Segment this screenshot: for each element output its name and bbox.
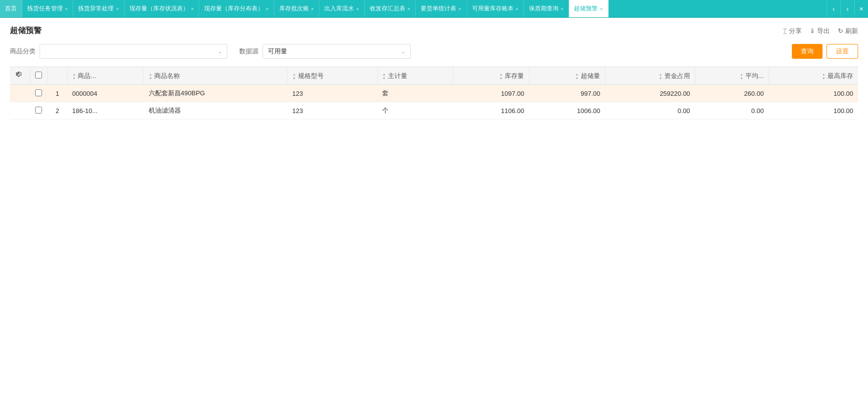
settings-button[interactable]: 设置 [826,44,858,59]
share-action[interactable]: ⌶ 分享 [783,27,802,36]
tab-close-icon[interactable]: × [311,6,314,12]
overstock-qty-header[interactable]: ▲▼超储量 [529,67,606,85]
nav-arrow-left[interactable]: ‹ [826,0,840,17]
export-icon: ⇓ [810,27,815,35]
gear-icon[interactable] [15,71,23,79]
page-header: 超储预警 ⌶ 分享 ⇓ 导出 ↻ 刷新 [10,26,858,36]
sort-icon: ▲▼ [149,73,152,80]
sort-icon: ▲▼ [822,73,825,80]
nav-tab-exception[interactable]: 拣货异常处理 × [73,0,124,17]
tab-label: 首页 [5,4,17,13]
export-label: 导出 [817,27,830,36]
nav-tab-inout-flow[interactable]: 出入库流水 × [319,0,364,17]
category-label: 商品分类 [10,47,36,56]
nav-tab-available-ledger[interactable]: 可用量库存账本 × [467,0,524,17]
nav-arrow-close[interactable]: × [854,0,868,17]
tab-label: 超储预警 [574,4,598,13]
tab-close-icon[interactable]: × [561,6,564,12]
tab-close-icon[interactable]: × [191,6,194,12]
datasource-select[interactable]: 可用量 ⌄ [262,44,411,59]
table-header-row: ▲▼商品... ▲▼商品名称 ▲▼规格型号 ▲▼主计量 ▲▼库存量 ▲▼超储量 [10,67,858,85]
row-avg: 0.00 [695,102,769,119]
data-table: ▲▼商品... ▲▼商品名称 ▲▼规格型号 ▲▼主计量 ▲▼库存量 ▲▼超储量 [10,67,858,119]
nav-tab-overstock-warning[interactable]: 超储预警 × [569,0,608,17]
tab-close-icon[interactable]: × [458,6,461,12]
tab-close-icon[interactable]: × [407,6,410,12]
row-capital-use: 259220.00 [605,85,695,102]
tab-close-icon[interactable]: × [65,6,68,12]
nav-tab-home[interactable]: 首页 [0,0,22,17]
row-stock-qty: 1097.00 [453,85,529,102]
nav-tab-batch[interactable]: 库存批次账 × [274,0,319,17]
product-name-header[interactable]: ▲▼商品名称 [144,67,288,85]
nav-tab-recv-summary[interactable]: 收发存汇总表 × [365,0,416,17]
row-spec: 123 [287,102,377,119]
gear-column-header [10,67,30,85]
spec-header[interactable]: ▲▼规格型号 [287,67,377,85]
refresh-action[interactable]: ↻ 刷新 [838,27,858,36]
row-number: 2 [47,102,67,119]
export-action[interactable]: ⇓ 导出 [810,27,830,36]
row-capital-use: 0.00 [605,102,695,119]
tab-close-icon[interactable]: × [600,6,603,12]
tab-label: 出入库流水 [324,4,354,13]
row-stock-qty: 1106.00 [453,102,529,119]
tab-label: 拣货任务管理 [27,4,63,13]
page-content: 超储预警 ⌶ 分享 ⇓ 导出 ↻ 刷新 商品分类 ⌄ 数据源 [0,18,868,127]
row-product-code: 186-10... [67,102,144,119]
row-gear [10,102,30,119]
tab-close-icon[interactable]: × [516,6,519,12]
row-num-header [47,67,67,85]
row-overstock-qty: 997.00 [529,85,606,102]
refresh-icon: ↻ [838,27,843,35]
top-navigation: 首页拣货任务管理 ×拣货异常处理 ×现存量（库存状况表） ×现存量（库存分布表）… [0,0,868,18]
table-row: 1 0000004 六配套新昌490BPG 123 套 1097.00 997.… [10,85,858,102]
row-checkbox-cell [30,85,47,102]
product-code-header[interactable]: ▲▼商品... [67,67,144,85]
sort-icon: ▲▼ [740,73,743,80]
sort-icon: ▲▼ [293,73,296,80]
chevron-down-icon: ⌄ [217,48,222,55]
max-stock-header[interactable]: ▲▼最高库存 [769,67,858,85]
row-checkbox[interactable] [35,89,42,96]
refresh-label: 刷新 [845,27,858,36]
unit-header[interactable]: ▲▼主计量 [377,67,453,85]
tab-label: 收发存汇总表 [370,4,405,13]
sort-icon: ▲▼ [383,73,386,80]
avg-header[interactable]: ▲▼平均... [695,67,769,85]
row-checkbox[interactable] [35,107,42,114]
tab-close-icon[interactable]: × [356,6,359,12]
tab-label: 现存量（库存分布表） [204,4,263,13]
header-actions: ⌶ 分享 ⇓ 导出 ↻ 刷新 [783,27,858,36]
stock-qty-header[interactable]: ▲▼库存量 [453,67,529,85]
query-button[interactable]: 查询 [792,44,823,59]
category-select[interactable]: ⌄ [40,44,227,59]
capital-use-header[interactable]: ▲▼资金占用 [605,67,695,85]
row-product-name: 六配套新昌490BPG [144,85,288,102]
filter-bar: 商品分类 ⌄ 数据源 可用量 ⌄ 查询 设置 [10,44,858,59]
tab-close-icon[interactable]: × [116,6,119,12]
filter-actions: 查询 设置 [792,44,858,59]
select-all-checkbox[interactable] [35,72,42,79]
row-max-stock: 100.00 [769,85,858,102]
nav-tab-quality-check[interactable]: 保质期查询 × [524,0,569,17]
nav-arrows: ‹ › × [826,0,868,17]
nav-arrow-right[interactable]: › [840,0,854,17]
chevron-down-icon-2: ⌄ [401,48,405,55]
row-product-name: 机油滤清器 [144,102,288,119]
nav-tab-task-mgmt[interactable]: 拣货任务管理 × [22,0,73,17]
row-max-stock: 100.00 [769,102,858,119]
row-number: 1 [47,85,67,102]
nav-tab-order-stats[interactable]: 要货单统计表 × [416,0,467,17]
tab-label: 可用量库存账本 [472,4,514,13]
sort-icon: ▲▼ [499,73,503,80]
tab-label: 库存批次账 [279,4,309,13]
category-filter: 商品分类 ⌄ [10,44,227,59]
row-avg: 260.00 [695,85,769,102]
sort-icon: ▲▼ [575,73,579,80]
tab-close-icon[interactable]: × [265,6,268,12]
nav-tab-inventory-status[interactable]: 现存量（库存状况表） × [125,0,199,17]
select-all-header [30,67,47,85]
page-title: 超储预警 [10,26,42,36]
nav-tab-inventory-dist[interactable]: 现存量（库存分布表） × [199,0,274,17]
